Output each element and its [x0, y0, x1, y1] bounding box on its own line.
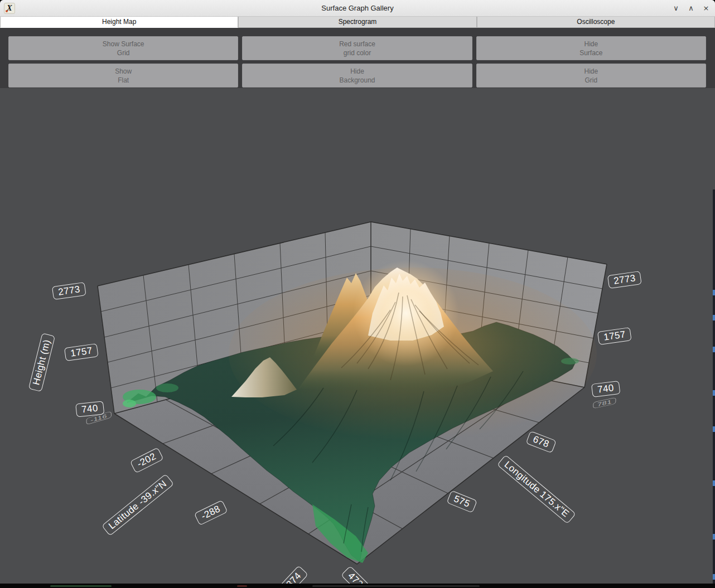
hide-surface-button[interactable]: Hide Surface: [476, 36, 706, 60]
toolbar: Show Surface Grid Red surface grid color…: [8, 36, 706, 88]
sliver-mark: [713, 574, 715, 580]
hide-background-button[interactable]: Hide Background: [242, 64, 472, 88]
tab-spectrogram[interactable]: Spectrogram: [238, 16, 476, 28]
axis-tick-height-left-low: 740: [75, 401, 104, 417]
taskbar-speck: [50, 585, 112, 587]
minimize-icon[interactable]: ∨: [671, 4, 680, 13]
button-label: Flat: [9, 76, 238, 85]
taskbar-speck: [312, 585, 480, 587]
taskbar-sliver: [0, 584, 715, 588]
red-surface-grid-color-button[interactable]: Red surface grid color: [242, 36, 472, 60]
button-label: Surface: [477, 48, 706, 57]
sliver-mark: [713, 534, 715, 540]
button-label: Red surface: [243, 40, 471, 48]
button-label: Background: [243, 76, 471, 85]
button-label: Show Surface: [9, 40, 238, 48]
sliver-mark: [713, 315, 715, 320]
sliver-mark: [713, 290, 715, 295]
maximize-icon[interactable]: ∧: [687, 4, 695, 13]
tab-bar: Height Map Spectrogram Oscilloscope: [0, 16, 715, 28]
sliver-mark: [713, 426, 715, 432]
sliver-mark: [713, 347, 715, 352]
app-window: -116 2773 1757 740 Height (m) 781 2773 1…: [0, 0, 715, 588]
sliver-mark: [713, 390, 715, 396]
button-label: Grid: [477, 76, 706, 85]
taskbar-speck: [237, 585, 247, 587]
show-flat-button[interactable]: Show Flat: [8, 64, 238, 88]
button-label: Show: [9, 67, 238, 76]
tab-height-map[interactable]: Height Map: [0, 16, 238, 28]
desktop-edge-sliver: [713, 189, 715, 584]
button-label: Hide: [477, 67, 706, 76]
title-bar[interactable]: X Surface Graph Gallery ∨ ∧ ×: [0, 0, 715, 17]
tab-oscilloscope[interactable]: Oscilloscope: [477, 16, 715, 28]
window-title: Surface Graph Gallery: [0, 0, 715, 16]
button-label: Grid: [9, 48, 238, 57]
close-icon[interactable]: ×: [702, 4, 711, 13]
window-controls: ∨ ∧ ×: [671, 0, 711, 16]
button-label: grid color: [243, 48, 471, 57]
button-label: Hide: [477, 40, 706, 48]
show-surface-grid-button[interactable]: Show Surface Grid: [8, 36, 238, 60]
sliver-mark: [713, 480, 715, 486]
hide-grid-button[interactable]: Hide Grid: [476, 64, 706, 88]
button-label: Hide: [243, 67, 471, 76]
